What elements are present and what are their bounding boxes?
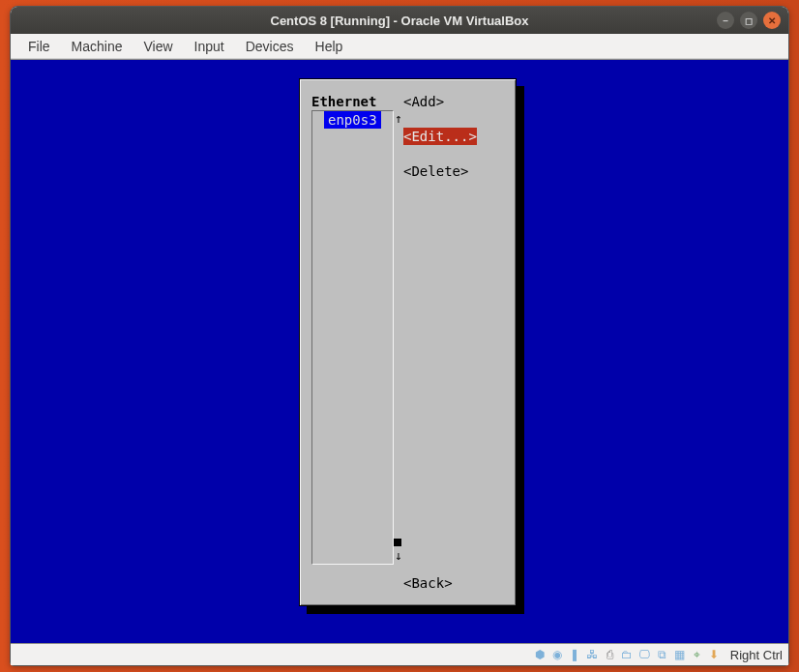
keyboard-icon[interactable]: ⬇ [707,648,722,662]
display-icon[interactable]: 🖵 [637,648,652,662]
edit-button[interactable]: <Edit...> [403,128,477,145]
vm-display[interactable]: Ethernet ↑ enp0s3 ↓ <Add> <Edit...> <Del… [11,59,788,644]
scroll-up-arrow[interactable]: ↑ [395,110,402,128]
close-button[interactable]: ✕ [763,12,781,29]
window-title: CentOS 8 [Running] - Oracle VM VirtualBo… [270,14,528,28]
statusbar: ⬢ ◉ ❚ 🖧 ⎙ 🗀 🖵 ⧉ ▦ ⌖ ⬇ Right Ctrl [11,644,788,665]
menu-input[interactable]: Input [185,36,234,57]
menu-machine[interactable]: Machine [62,36,133,57]
hard-disk-icon[interactable]: ⬢ [533,648,547,662]
action-buttons-column: <Add> <Edit...> <Delete> <Back> [403,93,477,592]
menu-devices[interactable]: Devices [236,36,304,57]
optical-disk-icon[interactable]: ◉ [550,648,565,662]
menubar: File Machine View Input Devices Help [11,34,788,59]
virtualbox-window: CentOS 8 [Running] - Oracle VM VirtualBo… [10,6,789,666]
menu-help[interactable]: Help [306,36,353,57]
maximize-button[interactable]: ◻ [740,12,757,29]
connection-type-header: Ethernet [311,93,394,110]
minimize-button[interactable]: – [717,12,734,29]
cpu-icon[interactable]: ▦ [672,648,687,662]
scroll-down-arrow[interactable]: ↓ [395,547,402,565]
delete-button[interactable]: <Delete> [403,162,477,180]
window-titlebar: CentOS 8 [Running] - Oracle VM VirtualBo… [11,7,788,34]
audio-icon[interactable]: ❚ [568,648,582,662]
back-button[interactable]: <Back> [403,574,477,592]
ethernet-label: Ethernet [311,93,376,110]
connection-item-enp0s3[interactable]: enp0s3 [324,111,381,129]
scrollbar-thumb[interactable] [394,539,401,546]
host-key-label: Right Ctrl [730,648,783,662]
mouse-integration-icon[interactable]: ⌖ [690,648,704,662]
nmtui-dialog: Ethernet ↑ enp0s3 ↓ <Add> <Edit...> <Del… [299,78,517,606]
add-button[interactable]: <Add> [403,93,477,110]
menu-view[interactable]: View [133,36,182,57]
status-icons: ⬢ ◉ ❚ 🖧 ⎙ 🗀 🖵 ⧉ ▦ ⌖ ⬇ [533,648,722,662]
shared-folders-icon[interactable]: 🗀 [620,648,635,662]
network-icon[interactable]: 🖧 [585,648,600,662]
connection-list-column: Ethernet ↑ enp0s3 ↓ [311,93,394,592]
menu-file[interactable]: File [18,36,60,57]
recording-icon[interactable]: ⧉ [655,648,669,662]
window-controls: – ◻ ✕ [717,12,781,29]
usb-icon[interactable]: ⎙ [603,648,617,662]
connection-list[interactable]: ↑ enp0s3 ↓ [311,110,394,565]
